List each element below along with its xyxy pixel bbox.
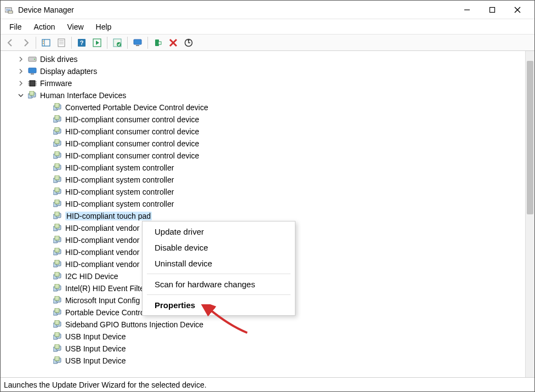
- update-driver-button[interactable]: [111, 36, 124, 49]
- hid-icon: [53, 188, 62, 196]
- svg-rect-108: [55, 356, 59, 361]
- svg-point-9: [43, 41, 44, 42]
- context-menu-item[interactable]: Properties: [143, 297, 295, 313]
- svg-point-30: [34, 59, 35, 60]
- tree-item-label: Microsoft Input Config: [65, 296, 140, 305]
- context-menu-item[interactable]: Update driver: [143, 224, 295, 240]
- add-legacy-hardware-icon: [153, 38, 162, 47]
- menubar: File Action View Help: [1, 19, 534, 35]
- svg-rect-4: [490, 7, 495, 12]
- hid-icon: [53, 103, 62, 112]
- context-menu-separator: [147, 294, 291, 295]
- expander-none: [42, 200, 50, 208]
- tree-item-label: Human Interface Devices: [40, 91, 126, 100]
- tree-item-label: Sideband GPIO Buttons Injection Device: [65, 320, 203, 329]
- svg-rect-102: [55, 332, 59, 337]
- uninstall-button[interactable]: [167, 36, 180, 49]
- add-legacy-hardware-button[interactable]: [151, 36, 164, 49]
- properties-button[interactable]: [55, 36, 68, 49]
- tree-device-item[interactable]: USB Input Device: [1, 343, 525, 355]
- tree-item-label: HID-compliant vendor: [65, 224, 139, 232]
- tree-item-label: Firmware: [40, 79, 72, 88]
- tree-device-item[interactable]: HID-compliant touch pad: [1, 210, 525, 222]
- svg-rect-78: [55, 236, 59, 240]
- device-tree[interactable]: Disk drivesDisplay adaptersFirmwareHuman…: [1, 51, 525, 377]
- menu-help[interactable]: Help: [90, 21, 117, 33]
- hid-icon: [53, 224, 62, 232]
- svg-rect-31: [29, 68, 36, 73]
- tree-category[interactable]: Display adapters: [1, 65, 525, 77]
- maximize-button[interactable]: [480, 2, 505, 18]
- expander-none: [42, 236, 50, 244]
- scrollbar-thumb[interactable]: [527, 61, 533, 214]
- expander-none: [42, 248, 50, 256]
- tree-item-label: HID-compliant vendor: [65, 260, 139, 269]
- svg-rect-21: [134, 39, 141, 44]
- close-button[interactable]: [505, 2, 530, 18]
- svg-rect-72: [55, 212, 59, 216]
- svg-rect-93: [55, 296, 59, 300]
- expander-none: [42, 333, 50, 340]
- tree-device-item[interactable]: Converted Portable Device Control device: [1, 101, 525, 113]
- context-menu-item[interactable]: Disable device: [143, 240, 295, 255]
- tree-item-label: HID-compliant vendor: [65, 248, 139, 257]
- svg-point-10: [43, 43, 44, 44]
- expander-open-icon[interactable]: [17, 92, 25, 99]
- expander-closed-icon[interactable]: [17, 79, 25, 87]
- tree-device-item[interactable]: HID-compliant consumer control device: [1, 113, 525, 126]
- toolbar-separator: [127, 37, 128, 49]
- hid-icon: [53, 139, 62, 148]
- expander-closed-icon[interactable]: [17, 67, 25, 75]
- tree-category[interactable]: Firmware: [1, 77, 525, 89]
- tree-item-label: HID-compliant touch pad: [65, 212, 152, 220]
- toolbar-separator: [71, 37, 72, 49]
- action-window-button[interactable]: [90, 36, 104, 49]
- svg-rect-54: [55, 139, 59, 144]
- computer-icon: [133, 38, 142, 47]
- scan-hardware-button[interactable]: [182, 36, 195, 49]
- tree-device-item[interactable]: USB Input Device: [1, 355, 525, 367]
- tree-device-item[interactable]: HID-compliant system controller: [1, 198, 525, 210]
- expander-closed-icon[interactable]: [17, 55, 25, 63]
- forward-icon: [21, 38, 30, 47]
- tree-device-item[interactable]: HID-compliant system controller: [1, 162, 525, 174]
- tree-device-item[interactable]: HID-compliant system controller: [1, 174, 525, 186]
- computer-button[interactable]: [131, 36, 144, 49]
- menu-view[interactable]: View: [61, 21, 89, 33]
- hid-icon: [53, 200, 62, 208]
- svg-rect-96: [55, 308, 59, 313]
- toolbar: ?: [1, 35, 534, 51]
- tree-category[interactable]: Human Interface Devices: [1, 89, 525, 101]
- svg-text:?: ?: [80, 39, 84, 46]
- help-button[interactable]: ?: [75, 36, 88, 49]
- context-menu-item[interactable]: Uninstall device: [143, 255, 295, 271]
- tree-category[interactable]: Disk drives: [1, 53, 525, 65]
- tree-device-item[interactable]: USB Input Device: [1, 331, 525, 343]
- tree-item-label: USB Input Device: [65, 356, 126, 365]
- menu-file[interactable]: File: [4, 21, 27, 33]
- tree-device-item[interactable]: HID-compliant consumer control device: [1, 150, 525, 162]
- back-button[interactable]: [4, 36, 17, 49]
- tree-device-item[interactable]: Sideband GPIO Buttons Injection Device: [1, 319, 525, 331]
- svg-rect-75: [55, 224, 59, 228]
- tree-device-item[interactable]: HID-compliant system controller: [1, 186, 525, 198]
- svg-rect-45: [55, 103, 59, 107]
- vertical-scrollbar[interactable]: [525, 51, 534, 377]
- tree-device-item[interactable]: HID-compliant consumer control device: [1, 138, 525, 150]
- show-hide-console-tree-button[interactable]: [39, 36, 53, 49]
- hid-icon: [53, 127, 62, 136]
- svg-rect-32: [31, 73, 34, 75]
- expander-none: [42, 164, 50, 172]
- context-menu-item[interactable]: Scan for hardware changes: [143, 276, 295, 292]
- expander-none: [42, 104, 50, 111]
- forward-button[interactable]: [19, 36, 32, 49]
- tree-item-label: HID-compliant consumer control device: [65, 151, 199, 160]
- update-driver-icon: [113, 38, 122, 47]
- tree-item-label: HID-compliant consumer control device: [65, 127, 199, 136]
- menu-action[interactable]: Action: [29, 21, 61, 33]
- minimize-button[interactable]: [454, 2, 480, 18]
- disk-icon: [28, 55, 37, 64]
- svg-rect-22: [136, 45, 139, 46]
- tree-device-item[interactable]: HID-compliant consumer control device: [1, 126, 525, 138]
- toolbar-separator: [147, 37, 148, 49]
